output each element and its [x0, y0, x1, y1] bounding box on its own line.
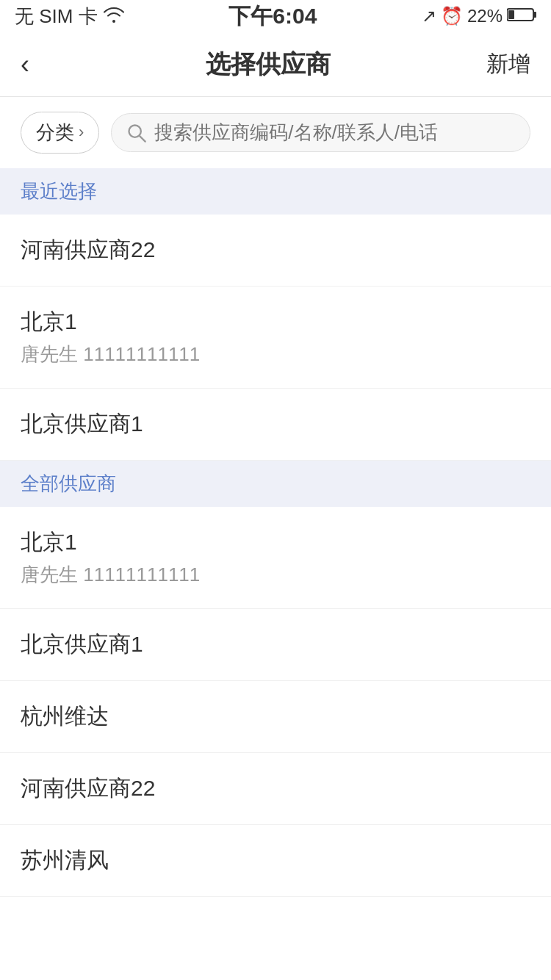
search-box[interactable]	[111, 113, 530, 152]
battery-label: 22%	[467, 6, 503, 26]
list-item[interactable]: 北京供应商1	[0, 389, 551, 461]
category-filter[interactable]: 分类 ›	[21, 112, 99, 154]
status-bar: 无 SIM 卡 下午6:04 ↗ ⏰ 22%	[0, 0, 551, 32]
wifi-icon	[104, 5, 124, 28]
status-left: 无 SIM 卡	[15, 4, 124, 29]
status-right: ↗ ⏰ 22%	[422, 6, 536, 26]
chevron-right-icon: ›	[79, 123, 84, 142]
filter-bar: 分类 ›	[0, 97, 551, 168]
svg-rect-2	[508, 10, 514, 19]
list-item[interactable]: 河南供应商22	[0, 753, 551, 825]
recent-section-header: 最近选择	[0, 168, 551, 215]
no-sim-label: 无 SIM 卡	[15, 4, 98, 29]
item-name: 北京供应商1	[21, 409, 530, 439]
recent-items-list: 河南供应商22北京1唐先生 11111111111北京供应商1	[0, 215, 551, 461]
svg-line-4	[140, 136, 145, 142]
list-item[interactable]: 北京1唐先生 11111111111	[0, 507, 551, 609]
page-title: 选择供应商	[206, 48, 331, 82]
search-input[interactable]	[154, 121, 515, 144]
item-name: 河南供应商22	[21, 774, 530, 804]
list-item[interactable]: 苏州清风	[0, 825, 551, 897]
all-section-header: 全部供应商	[0, 461, 551, 507]
add-button[interactable]: 新增	[472, 49, 530, 79]
svg-rect-1	[533, 12, 536, 18]
list-item[interactable]: 北京1唐先生 11111111111	[0, 287, 551, 389]
item-name: 杭州维达	[21, 702, 530, 732]
alarm-icon: ⏰	[441, 6, 463, 26]
item-sub: 唐先生 11111111111	[21, 342, 530, 367]
list-item[interactable]: 杭州维达	[0, 681, 551, 753]
battery-icon	[507, 6, 536, 26]
item-name: 北京1	[21, 307, 530, 337]
status-time: 下午6:04	[228, 1, 317, 32]
search-icon	[126, 123, 147, 143]
location-icon: ↗	[422, 6, 436, 26]
list-item[interactable]: 河南供应商22	[0, 215, 551, 287]
back-button[interactable]: ‹	[21, 49, 65, 80]
item-name: 苏州清风	[21, 846, 530, 876]
all-items-list: 北京1唐先生 11111111111北京供应商1杭州维达河南供应商22苏州清风	[0, 507, 551, 897]
item-name: 北京1	[21, 527, 530, 558]
list-item[interactable]: 北京供应商1	[0, 609, 551, 681]
item-name: 北京供应商1	[21, 630, 530, 660]
nav-bar: ‹ 选择供应商 新增	[0, 32, 551, 97]
item-name: 河南供应商22	[21, 235, 530, 265]
item-sub: 唐先生 11111111111	[21, 562, 530, 588]
category-label: 分类	[36, 120, 74, 145]
